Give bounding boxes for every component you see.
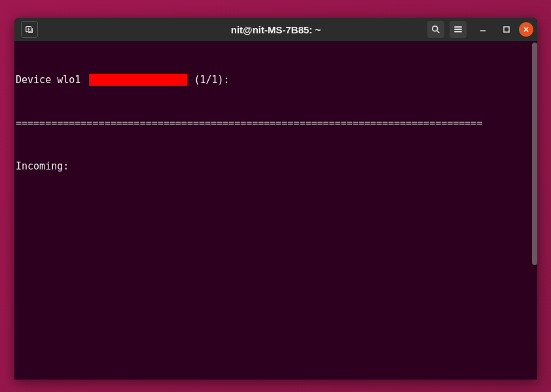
maximize-button[interactable] xyxy=(499,22,514,37)
redacted-ip xyxy=(89,74,187,86)
close-icon xyxy=(524,27,529,32)
svg-rect-2 xyxy=(455,27,462,27)
titlebar-right-controls xyxy=(427,21,533,38)
svg-rect-4 xyxy=(455,31,462,32)
svg-rect-5 xyxy=(504,27,509,32)
device-suffix: (1/1): xyxy=(194,73,229,87)
incoming-label: Incoming: xyxy=(16,159,537,173)
minimize-button[interactable] xyxy=(476,22,490,37)
svg-point-1 xyxy=(433,26,438,31)
terminal-body[interactable]: Device wlo1 (1/1): =====================… xyxy=(14,41,537,380)
scrollbar[interactable] xyxy=(532,43,537,265)
device-line: Device wlo1 (1/1): xyxy=(16,73,537,87)
maximize-icon xyxy=(503,26,510,33)
svg-rect-3 xyxy=(455,29,462,29)
window-title: nit@nit-MS-7B85: ~ xyxy=(231,24,321,35)
new-tab-icon xyxy=(25,25,34,34)
search-icon xyxy=(431,25,440,34)
titlebar-left-controls xyxy=(18,21,38,38)
terminal-content: Device wlo1 (1/1): =====================… xyxy=(14,44,537,380)
titlebar[interactable]: nit@nit-MS-7B85: ~ xyxy=(14,18,537,41)
terminal-window: nit@nit-MS-7B85: ~ xyxy=(14,18,537,380)
hamburger-menu-button[interactable] xyxy=(450,21,467,38)
incoming-stats: Curr: 0.00 Bit/s Avg: 512.00 Bit/s Min: … xyxy=(16,375,537,380)
minimize-icon xyxy=(480,26,486,33)
close-button[interactable] xyxy=(519,22,533,37)
divider-line: ========================================… xyxy=(16,116,533,130)
hamburger-icon xyxy=(453,25,463,34)
search-button[interactable] xyxy=(427,21,444,38)
device-prefix: Device wlo1 xyxy=(16,73,86,87)
new-tab-button[interactable] xyxy=(21,21,38,38)
